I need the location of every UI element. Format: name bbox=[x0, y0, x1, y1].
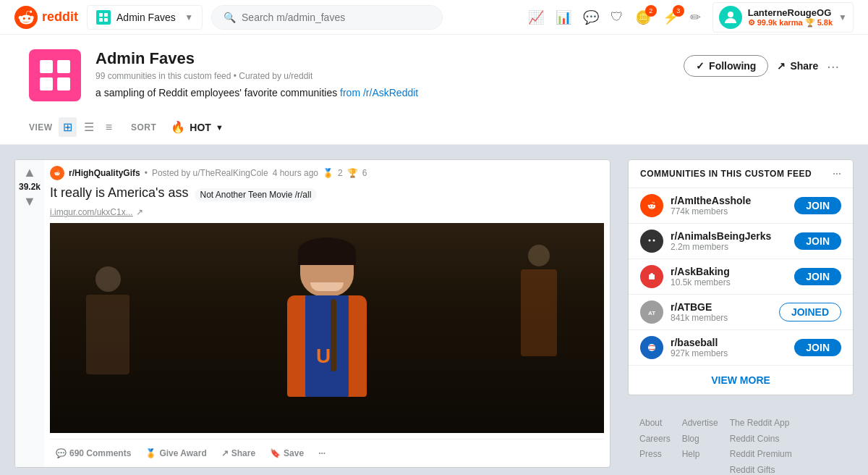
comments-button[interactable]: 💬 690 Comments bbox=[50, 444, 137, 463]
community-row: r/baseball 927k members JOIN bbox=[629, 329, 853, 365]
share-icon: ↗ bbox=[221, 448, 229, 458]
main-content: ▲ 39.2k ▼ r/HighQualityGifs • Posted by … bbox=[0, 145, 868, 475]
reddit-logo[interactable]: reddit bbox=[14, 6, 78, 29]
stats-icon[interactable]: 📊 bbox=[556, 9, 571, 25]
top-navigation: reddit Admin Faves ▼ 🔍 📈 📊 💬 🛡 🪙2 ⚡3 ✏ L… bbox=[0, 0, 868, 35]
check-icon: ✓ bbox=[696, 60, 705, 72]
community-info: r/AmItheAsshole 774k members bbox=[671, 195, 787, 217]
user-menu-chevron: ▼ bbox=[838, 12, 847, 22]
share-button[interactable]: ↗ Share bbox=[777, 60, 818, 72]
community-info: r/AskBaking 10.5k members bbox=[671, 266, 787, 287]
join-button-1[interactable]: JOIN bbox=[794, 232, 841, 250]
save-button[interactable]: 🔖 Save bbox=[264, 444, 310, 463]
award-count-1: 2 bbox=[338, 168, 343, 178]
community-row: r/AnimalsBeingJerks 2.2m members JOIN bbox=[629, 223, 853, 258]
community-name[interactable]: r/ATBGE bbox=[671, 301, 772, 313]
footer-about-link[interactable]: About bbox=[639, 416, 671, 432]
search-input[interactable] bbox=[242, 12, 430, 23]
svg-rect-9 bbox=[57, 77, 70, 91]
view-buttons: ⊞ ☰ ≡ bbox=[59, 117, 116, 137]
community-name[interactable]: r/baseball bbox=[671, 337, 787, 348]
sort-hot-button[interactable]: 🔥 HOT ▼ bbox=[162, 116, 231, 138]
chat-icon[interactable]: 💬 bbox=[583, 9, 599, 25]
footer-app-link[interactable]: The Reddit App bbox=[730, 416, 792, 432]
community-members: 841k members bbox=[671, 313, 772, 323]
svg-text:AT: AT bbox=[648, 310, 655, 316]
give-award-button[interactable]: 🏅 Give Award bbox=[140, 444, 212, 463]
community-members: 2.2m members bbox=[671, 242, 787, 252]
post-external-link[interactable]: i.imgur.com/ukxC1x... bbox=[50, 207, 133, 217]
share-post-button[interactable]: ↗ Share bbox=[216, 444, 261, 463]
footer-blog-link[interactable]: Blog bbox=[682, 432, 718, 447]
following-button[interactable]: ✓ Following bbox=[684, 55, 768, 77]
user-menu[interactable]: LanterneRougeOG ⚙ 99.9k karma 🏆 5.8k ▼ bbox=[712, 2, 854, 33]
premium-icon[interactable]: ⚡3 bbox=[663, 9, 678, 25]
search-bar[interactable]: 🔍 bbox=[211, 5, 443, 30]
sort-chevron-icon: ▼ bbox=[216, 123, 224, 132]
view-more-button[interactable]: VIEW MORE bbox=[629, 365, 853, 395]
subreddit-icon bbox=[50, 166, 64, 180]
svg-rect-4 bbox=[104, 18, 108, 22]
feed-description: a sampling of Reddit employees' favorite… bbox=[95, 87, 669, 98]
community-info: r/ATBGE 841k members bbox=[671, 301, 772, 323]
more-post-options-button[interactable]: ··· bbox=[312, 444, 331, 463]
view-compact-button[interactable]: ☰ bbox=[80, 117, 98, 137]
vote-column: ▲ 39.2k ▼ bbox=[15, 160, 44, 467]
community-name[interactable]: r/AskBaking bbox=[671, 266, 787, 277]
footer-links: About Careers Press Advertise Blog Help … bbox=[639, 416, 842, 475]
footer-help-link[interactable]: Help bbox=[682, 447, 718, 463]
footer-advertise-link[interactable]: Advertise bbox=[682, 416, 718, 432]
view-list-button[interactable]: ≡ bbox=[101, 117, 116, 137]
community-members: 10.5k members bbox=[671, 277, 787, 287]
feed-actions: ✓ Following ↗ Share ··· bbox=[684, 49, 839, 77]
post-time: 4 hours ago bbox=[273, 168, 318, 178]
communities-header: COMMUNITIES IN THIS CUSTOM FEED ··· bbox=[629, 160, 853, 188]
svg-point-12 bbox=[645, 235, 658, 248]
trending-icon[interactable]: 📈 bbox=[528, 9, 544, 25]
feed-selector[interactable]: Admin Faves ▼ bbox=[87, 5, 203, 30]
upvote-button[interactable]: ▲ bbox=[23, 166, 36, 179]
more-options-button[interactable]: ··· bbox=[827, 58, 839, 75]
post-body: r/HighQualityGifs • Posted by u/TheRealK… bbox=[44, 160, 610, 467]
join-button-0[interactable]: JOIN bbox=[794, 197, 841, 214]
sidebar: COMMUNITIES IN THIS CUSTOM FEED ··· r/Am… bbox=[628, 159, 854, 475]
join-button-4[interactable]: JOIN bbox=[794, 339, 841, 356]
shield-icon[interactable]: 🛡 bbox=[610, 9, 624, 25]
subreddit-link[interactable]: r/HighQualityGifs bbox=[69, 168, 140, 178]
svg-rect-7 bbox=[57, 60, 70, 73]
footer-coins-link[interactable]: Reddit Coins bbox=[730, 432, 792, 447]
coins-icon[interactable]: 🪙2 bbox=[635, 9, 651, 25]
footer-gifts-link[interactable]: Reddit Gifts bbox=[730, 463, 792, 475]
community-name[interactable]: r/AnimalsBeingJerks bbox=[671, 230, 787, 242]
footer-press-link[interactable]: Press bbox=[639, 447, 671, 463]
sidebar-footer: About Careers Press Advertise Blog Help … bbox=[628, 407, 854, 475]
footer-col-2: Advertise Blog Help bbox=[682, 416, 718, 475]
feed-info: Admin Faves 99 communities in this custo… bbox=[95, 49, 669, 110]
footer-careers-link[interactable]: Careers bbox=[639, 432, 671, 447]
award-count-2: 6 bbox=[362, 168, 367, 178]
joined-button-3[interactable]: JOINED bbox=[779, 303, 841, 321]
community-members: 774k members bbox=[671, 206, 787, 217]
community-members: 927k members bbox=[671, 348, 787, 358]
svg-point-5 bbox=[728, 12, 733, 17]
post-image[interactable]: U bbox=[50, 223, 604, 433]
feed-link[interactable]: from /r/AskReddit bbox=[340, 87, 418, 98]
premium-badge: 3 bbox=[673, 5, 684, 17]
view-card-button[interactable]: ⊞ bbox=[59, 117, 77, 137]
post-title: It really is America's ass bbox=[50, 185, 189, 201]
post-actions: 💬 690 Comments 🏅 Give Award ↗ Share 🔖 Sa… bbox=[50, 439, 604, 467]
community-name[interactable]: r/AmItheAsshole bbox=[671, 195, 787, 206]
community-row: AT r/ATBGE 841k members JOINED bbox=[629, 294, 853, 329]
post-flair[interactable]: Not Another Teen Movie /r/all bbox=[195, 188, 318, 201]
footer-premium-link[interactable]: Reddit Premium bbox=[730, 447, 792, 463]
view-label: VIEW bbox=[29, 122, 53, 133]
svg-rect-1 bbox=[99, 13, 103, 17]
chevron-down-icon: ▼ bbox=[184, 12, 193, 22]
svg-point-14 bbox=[653, 240, 655, 242]
join-button-2[interactable]: JOIN bbox=[794, 268, 841, 285]
downvote-button[interactable]: ▼ bbox=[23, 195, 36, 208]
edit-icon[interactable]: ✏ bbox=[690, 9, 701, 25]
svg-point-13 bbox=[649, 240, 651, 242]
communities-more-icon[interactable]: ··· bbox=[833, 169, 841, 179]
post-byline: Posted by u/TheRealKingCole bbox=[152, 168, 268, 178]
